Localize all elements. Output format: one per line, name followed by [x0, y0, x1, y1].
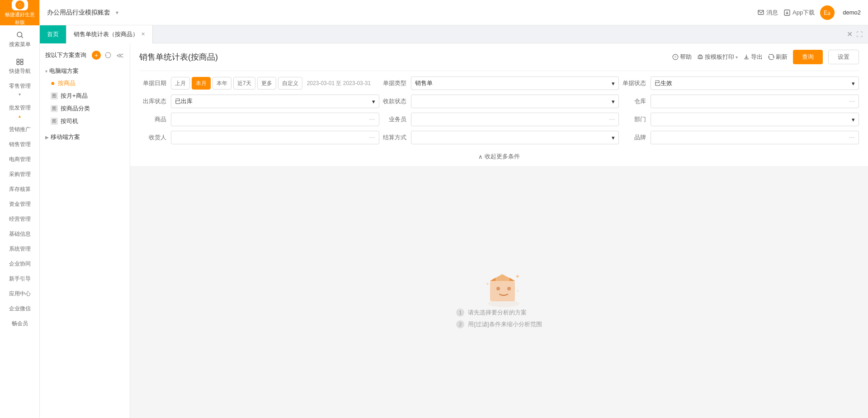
goods-label: 商品 [139, 115, 171, 124]
finance-label: 资金管理 [9, 200, 31, 208]
sidebar-item-enterprise[interactable]: 企业协同 [0, 256, 39, 271]
this-year-label: 本年 [217, 80, 227, 87]
export-btn[interactable]: 导出 [743, 53, 763, 61]
sidebar-item-wechat[interactable]: 企业微信 [0, 301, 39, 316]
pc-scheme-parent[interactable]: ▾ 电脑端方案 [40, 65, 130, 77]
brand-label: 品牌 [619, 133, 651, 142]
print-btn[interactable]: 按模板打印 ▾ [697, 53, 738, 61]
goods-cell: 商品 ··· [139, 113, 379, 126]
goods-input[interactable]: ··· [171, 113, 379, 126]
sidebar-item-system[interactable]: 系统管理 [0, 242, 39, 256]
sidebar-item-inventory[interactable]: 库存核算 [0, 182, 39, 197]
scheme-by-category[interactable]: 图 按商品分类 [47, 102, 130, 115]
settings-button[interactable]: 设置 [828, 50, 859, 64]
goods-dots: ··· [369, 115, 375, 124]
filter-row-3: 商品 ··· 业务员 ··· 部门 [139, 113, 859, 126]
doc-status-select[interactable]: 已生效 ▾ [651, 76, 859, 90]
svg-point-17 [496, 287, 500, 290]
print-icon [697, 54, 703, 60]
brand-dots: ··· [849, 133, 855, 142]
recv-status-select[interactable]: ▾ [411, 95, 619, 108]
sidebar-item-wholesale[interactable]: 批发管理 ▴ [0, 100, 39, 122]
user-avatar[interactable] [820, 5, 835, 20]
date-label: 单据日期 [139, 79, 171, 87]
help-btn[interactable]: ? 帮助 [672, 53, 692, 61]
sidebar-item-marketing[interactable]: 营销推广 [0, 122, 39, 137]
scheme-by-month-goods[interactable]: 图 按月+商品 [47, 90, 130, 102]
last-month-label: 上月 [175, 80, 186, 87]
appstore-label: 应用中心 [9, 290, 31, 298]
tab-sales-stat[interactable]: 销售单统计表（按商品） ✕ [66, 25, 153, 43]
left-panel-title: 按以下方案查询 [45, 51, 86, 59]
sidebar-item-operation[interactable]: 经营管理 [0, 212, 39, 227]
brand-input[interactable]: ··· [651, 131, 859, 144]
refresh-btn[interactable]: 刷新 [768, 53, 788, 61]
search-menu-item[interactable]: 搜索菜单 [0, 25, 39, 52]
sidebar-item-ecommerce[interactable]: 电商管理 [0, 152, 39, 167]
refresh-icon [105, 52, 111, 58]
tabbar-extra: ✕ ⛶ [841, 30, 868, 38]
date-this-year-btn[interactable]: 本年 [212, 77, 231, 90]
empty-state: ✦ ✦ ✦ 1 请先选择要分析的方案 2 用[过滤]条件来缩小分析范围 [130, 166, 868, 418]
tab-window-expand-icon[interactable]: ⛶ [856, 31, 863, 38]
date-this-month-btn[interactable]: 本月 [192, 77, 211, 90]
svg-point-1 [19, 4, 21, 6]
tab-home[interactable]: 首页 [40, 25, 66, 43]
topbar-dropdown-arrow[interactable]: ▾ [116, 10, 118, 16]
salesperson-input[interactable]: ··· [411, 113, 619, 126]
more-label: 更多 [261, 80, 272, 87]
collapse-filter-btn[interactable]: ∧ 收起更多条件 [139, 149, 859, 166]
doc-status-label: 单据状态 [619, 79, 651, 87]
sidebar-item-purchase[interactable]: 采购管理 [0, 167, 39, 182]
refresh-scheme-btn[interactable] [104, 51, 113, 60]
consignee-input[interactable]: ··· [171, 131, 379, 144]
scheme-by-month-goods-label: 按月+商品 [61, 92, 88, 100]
doc-type-select[interactable]: 销售单 ▾ [411, 76, 619, 90]
scheme-category-icon: 图 [51, 105, 58, 112]
payment-select[interactable]: ▾ [411, 131, 619, 144]
this-month-label: 本月 [196, 80, 207, 87]
inventory-label: 库存核算 [9, 185, 31, 193]
scheme-by-goods[interactable]: ● 按商品 [47, 77, 130, 90]
date-custom-btn[interactable]: 自定义 [278, 77, 302, 90]
sidebar-item-newuser[interactable]: 新手引导 [0, 271, 39, 286]
query-button[interactable]: 查询 [793, 50, 823, 64]
quick-nav-item[interactable]: 快捷导航 [0, 52, 39, 79]
date-last-month-btn[interactable]: 上月 [171, 77, 190, 90]
pc-arrow-icon: ▾ [45, 69, 47, 74]
search-menu-label: 搜索菜单 [9, 41, 31, 48]
doc-type-value: 销售单 [415, 79, 433, 87]
topbar: 办公用品行业模拟账套 ▾ 消息 App下载 demo2 [40, 0, 868, 25]
date-7days-btn[interactable]: 近7天 [233, 77, 255, 90]
sidebar-item-finance[interactable]: 资金管理 [0, 197, 39, 212]
salesperson-cell: 业务员 ··· [379, 113, 619, 126]
print-label: 按模板打印 [705, 53, 734, 61]
operation-label: 经营管理 [9, 215, 31, 223]
collapse-panel-btn[interactable]: ≪ [115, 51, 124, 60]
mobile-scheme-parent[interactable]: ▶ 移动端方案 [40, 131, 130, 143]
app-download-button[interactable]: App下载 [783, 9, 815, 17]
user-name[interactable]: demo2 [843, 9, 861, 16]
sidebar-logo[interactable]: 畅捷通好生意 标版 [0, 0, 39, 25]
dept-select[interactable]: ▾ [651, 113, 859, 126]
sidebar-item-basic[interactable]: 基础信息 [0, 227, 39, 242]
svg-rect-16 [490, 281, 515, 301]
sidebar-item-member[interactable]: 畅会员 [0, 316, 39, 331]
warehouse-input[interactable]: ··· [651, 95, 859, 108]
tip-num-1: 1 [456, 309, 464, 317]
message-button[interactable]: 消息 [757, 9, 778, 17]
tip-num-2: 2 [456, 320, 464, 328]
scheme-by-driver[interactable]: 图 按司机 [47, 115, 130, 128]
add-scheme-btn[interactable]: + [92, 51, 101, 60]
basic-label: 基础信息 [9, 230, 31, 238]
sidebar-item-sales[interactable]: 销售管理 [0, 137, 39, 152]
tab-close-icon[interactable]: ✕ [141, 31, 145, 37]
dept-label: 部门 [619, 115, 651, 124]
date-more-btn[interactable]: 更多 [257, 77, 276, 90]
tab-window-close-icon[interactable]: ✕ [847, 30, 853, 38]
marketing-label: 营销推广 [9, 126, 31, 133]
sidebar-item-retail[interactable]: 零售管理 ▾ [0, 79, 39, 100]
date-range-text: 2023-03-01 至 2023-03-31 [307, 80, 371, 87]
sidebar-item-appstore[interactable]: 应用中心 [0, 286, 39, 301]
out-status-select[interactable]: 已出库 ▾ [171, 95, 379, 108]
